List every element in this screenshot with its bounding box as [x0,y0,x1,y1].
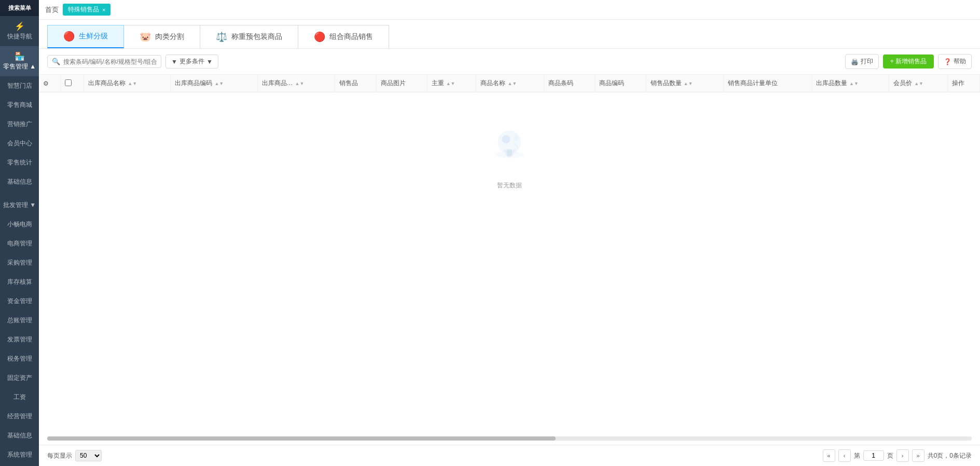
sort-arrows-icon[interactable]: ▲▼ [214,81,224,86]
sidebar-item-label: 系统管理 [7,451,32,458]
filter-arrow-icon: ▼ [206,58,213,65]
print-icon: 🖨️ [851,58,859,65]
sidebar-item-retail-mall[interactable]: 零售商城 [0,95,39,115]
col-out-product-code[interactable]: 出库商品编码 ▲▼ [171,75,257,92]
fresh-grade-icon: 🔴 [63,31,75,42]
horizontal-scrollbar[interactable] [47,436,972,441]
sidebar-item-label: 快捷导航 [7,33,32,40]
sidebar-item-purchase-mgmt[interactable]: 采购管理 [0,253,39,272]
search-input[interactable] [63,58,157,65]
empty-state-text: 暂无数据 [497,181,522,190]
sidebar-item-inventory[interactable]: 库存核算 [0,272,39,292]
col-product-name[interactable]: 商品名称 ▲▼ [476,75,544,92]
col-settings[interactable]: ⚙ [39,75,60,92]
per-page-select[interactable]: 50 20 100 [75,450,102,461]
col-sales-qty[interactable]: 销售品数量 ▲▼ [646,75,723,92]
svg-point-2 [502,135,510,143]
col-member-price[interactable]: 会员价 ▲▼ [889,75,948,92]
sidebar-item-retail-mgmt[interactable]: 🏪 零售管理 ▲ [0,46,39,76]
col-out-qty[interactable]: 出库品数量 ▲▼ [812,75,889,92]
tab-label: 肉类分割 [155,32,184,42]
sidebar-item-label: 工资 [13,393,26,401]
sort-arrows-icon[interactable]: ▲▼ [684,81,693,86]
sort-arrows-icon[interactable]: ▲▼ [295,81,305,86]
filter-icon: ▼ [171,58,177,65]
sidebar-item-fixed-assets[interactable]: 固定资产 [0,368,39,388]
sidebar-item-ecom-mgmt[interactable]: 电商管理 [0,234,39,253]
sort-arrows-icon[interactable]: ▲▼ [128,81,137,86]
select-all-checkbox[interactable] [65,79,72,86]
tab-fresh-grade[interactable]: 🔴 生鲜分级 [47,25,124,48]
sidebar-item-basic-info[interactable]: 基础信息 [0,172,39,191]
sidebar-item-label: 批发管理 [3,201,28,209]
sidebar-item-mini-ecom[interactable]: 小畅电商 [0,215,39,234]
sidebar-item-label: 基础信息 [7,178,32,185]
col-weight[interactable]: 主重 ▲▼ [427,75,476,92]
next-page-button[interactable]: › [896,449,909,462]
sidebar-item-smart-store[interactable]: 智慧门店 [0,76,39,95]
last-page-button[interactable]: » [912,449,924,462]
sort-arrows-icon[interactable]: ▲▼ [446,81,456,86]
col-label: 操作 [952,79,964,88]
filter-button[interactable]: ▼ 更多条件 ▼ [165,54,218,68]
tab-weight-pack[interactable]: ⚖️ 称重预包装商品 [200,25,298,48]
scrollbar-thumb[interactable] [47,436,556,441]
sidebar-item-label: 发票管理 [7,336,32,343]
sidebar-item-tax-mgmt[interactable]: 税务管理 [0,349,39,368]
col-label: 出库商品… [262,79,293,88]
col-sales-product: 销售品 [335,75,376,92]
tab-label: 特殊销售品 [68,5,99,14]
col-out-product-spec[interactable]: 出库商品… ▲▼ [257,75,335,92]
sidebar-item-label: 库存核算 [7,278,32,285]
col-checkbox[interactable] [60,75,84,92]
search-icon: 🔍 [52,58,60,65]
sort-arrows-icon[interactable]: ▲▼ [507,81,517,86]
page-prefix-label: 第 [854,451,860,460]
total-label: 共0页，0条记录 [928,451,972,460]
sort-arrows-icon[interactable]: ▲▼ [849,81,859,86]
col-label: 商品图片 [381,79,406,88]
sidebar-item-member-center[interactable]: 会员中心 [0,134,39,153]
col-out-product-name[interactable]: 出库商品名称 ▲▼ [84,75,171,92]
sidebar-item-wages[interactable]: 工资 [0,388,39,407]
sidebar-item-basic-info2[interactable]: 基础信息 [0,426,39,445]
empty-state-row: 暂无数据 [39,92,980,222]
col-operate: 操作 [948,75,980,92]
first-page-button[interactable]: « [823,449,835,462]
add-button[interactable]: + 新增销售品 [883,54,934,68]
per-page-label: 每页显示 [47,451,72,460]
col-label: 销售品 [339,79,358,88]
sidebar-item-finance-mgmt[interactable]: 资金管理 [0,292,39,311]
tab-combo[interactable]: 🔴 组合商品销售 [298,25,389,48]
page-suffix-label: 页 [887,451,893,460]
sort-arrows-icon[interactable]: ▲▼ [914,81,923,86]
sidebar-item-retail-stats[interactable]: 零售统计 [0,153,39,172]
sidebar-item-label: 智慧门店 [7,82,32,89]
col-label: 销售商品计量单位 [728,79,778,88]
sidebar-item-label: 基础信息 [7,432,32,439]
sidebar-item-label: 经营管理 [7,413,32,420]
col-label: 出库商品名称 [88,79,126,88]
pagination-right: « ‹ 第 页 › » 共0页，0条记录 [823,449,972,462]
sidebar-item-general-ledger[interactable]: 总账管理 [0,311,39,330]
sidebar-item-sys-mgmt[interactable]: 系统管理 [0,445,39,464]
sidebar-item-sales-promo[interactable]: 营销推广 [0,115,39,134]
page-input[interactable] [863,450,884,461]
prev-page-button[interactable]: ‹ [838,449,851,462]
empty-state: 暂无数据 [39,92,980,221]
close-tab-icon[interactable]: × [102,7,105,13]
sidebar-item-ops-mgmt[interactable]: 经营管理 [0,407,39,426]
sidebar-item-wholesale-mgmt[interactable]: 批发管理 ▼ [0,196,39,215]
tab-meat-cut[interactable]: 🐷 肉类分割 [124,25,200,48]
print-button[interactable]: 🖨️ 打印 [845,54,879,69]
sidebar-item-quick-nav[interactable]: ⚡ 快捷导航 [0,16,39,46]
active-tab[interactable]: 特殊销售品 × [63,4,111,16]
help-button[interactable]: ❓ 帮助 [938,54,972,69]
pagination-left: 每页显示 50 20 100 [47,450,102,461]
sidebar-item-invoice-mgmt[interactable]: 发票管理 [0,330,39,349]
sidebar-logo[interactable]: 搜索菜单 [0,0,39,16]
breadcrumb-home[interactable]: 首页 [45,5,59,15]
col-label: 主重 [432,79,444,88]
category-tabs: 🔴 生鲜分级 🐷 肉类分割 ⚖️ 称重预包装商品 🔴 组合商品销售 [39,20,980,49]
search-box[interactable]: 🔍 [47,55,161,68]
